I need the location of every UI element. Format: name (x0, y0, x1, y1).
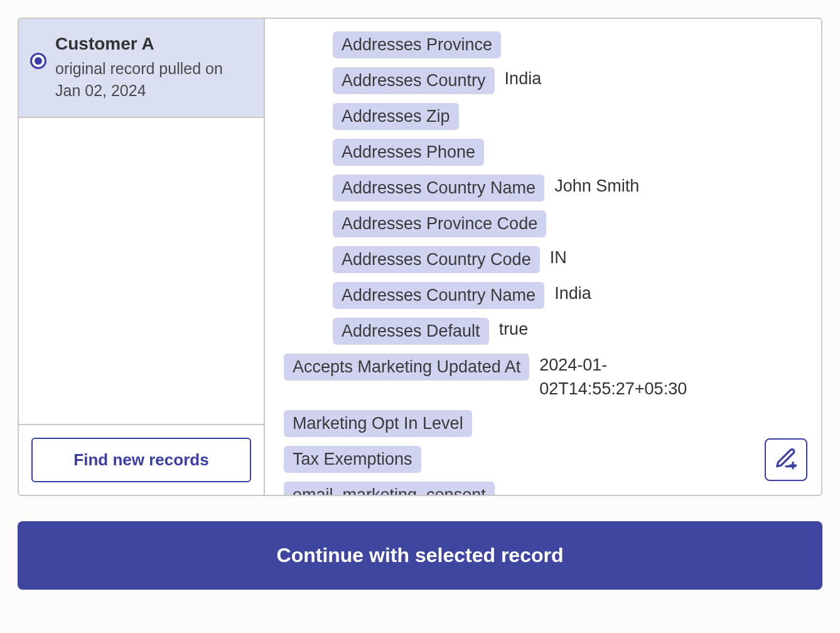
field-row: Tax Exemptions (284, 446, 796, 473)
field-label: Addresses Country Code (333, 246, 540, 273)
record-panel: Customer A original record pulled on Jan… (18, 18, 822, 496)
field-row: Addresses Province (284, 31, 796, 58)
field-value: India (505, 67, 542, 91)
field-label: Addresses Phone (333, 139, 484, 166)
field-value: true (499, 318, 529, 342)
record-detail-area[interactable]: Addresses ProvinceAddresses CountryIndia… (265, 19, 821, 495)
sidebar-spacer (19, 118, 264, 424)
field-label: Addresses Province Code (333, 210, 546, 237)
radio-selected-icon[interactable] (30, 53, 46, 69)
field-row: Addresses Province Code (284, 210, 796, 237)
customer-title: Customer A (55, 34, 252, 54)
field-label: Tax Exemptions (284, 446, 421, 473)
field-row: Marketing Opt In Level (284, 410, 796, 437)
field-row: Addresses CountryIndia (284, 67, 796, 94)
field-list: Addresses ProvinceAddresses CountryIndia… (284, 31, 796, 495)
find-records-wrap: Find new records (19, 424, 264, 495)
sidebar: Customer A original record pulled on Jan… (19, 19, 265, 495)
field-row: Addresses Country NameIndia (284, 282, 796, 309)
field-row: Addresses Phone (284, 139, 796, 166)
field-label: Addresses Default (333, 318, 489, 345)
field-label: Addresses Country Name (333, 282, 544, 309)
edit-plus-icon (774, 446, 798, 473)
field-label: Addresses Country Name (333, 175, 544, 202)
field-row: Accepts Marketing Updated At2024-01-02T1… (284, 354, 796, 401)
field-value: John Smith (554, 175, 639, 198)
continue-button[interactable]: Continue with selected record (18, 521, 822, 590)
field-label: Addresses Country (333, 67, 495, 94)
field-row: email_marketing_consent (284, 482, 796, 495)
customer-card[interactable]: Customer A original record pulled on Jan… (19, 19, 264, 118)
edit-button[interactable] (765, 438, 807, 481)
field-row: Addresses Country CodeIN (284, 246, 796, 273)
field-value: IN (550, 246, 567, 270)
field-value: 2024-01-02T14:55:27+05:30 (539, 354, 740, 401)
customer-info: Customer A original record pulled on Jan… (55, 34, 252, 102)
field-label: Marketing Opt In Level (284, 410, 472, 437)
field-value: India (554, 282, 591, 306)
field-label: email_marketing_consent (284, 482, 495, 495)
field-row: Addresses Defaulttrue (284, 318, 796, 345)
find-new-records-button[interactable]: Find new records (31, 438, 251, 482)
field-row: Addresses Zip (284, 103, 796, 130)
field-row: Addresses Country NameJohn Smith (284, 175, 796, 202)
customer-subtitle: original record pulled on Jan 02, 2024 (55, 58, 252, 102)
field-label: Addresses Zip (333, 103, 459, 130)
field-label: Accepts Marketing Updated At (284, 354, 529, 381)
field-label: Addresses Province (333, 31, 501, 58)
